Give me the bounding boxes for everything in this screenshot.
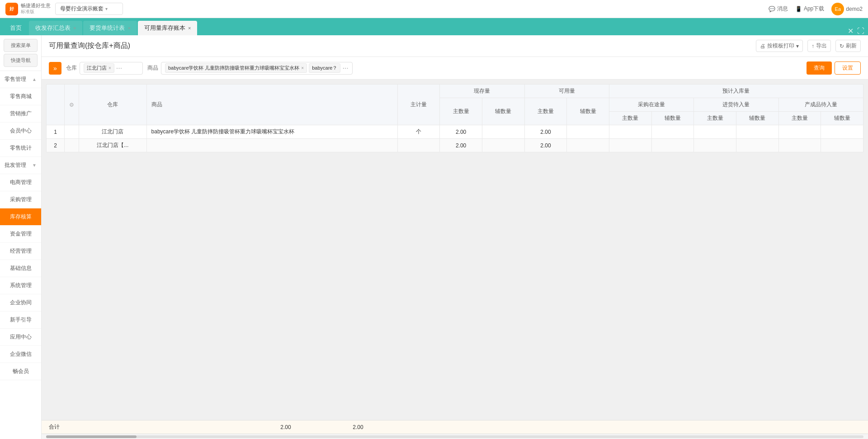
query-btn[interactable]: 查询 bbox=[807, 61, 832, 75]
org-dropdown-arrow: ▾ bbox=[105, 6, 108, 11]
cell-pra-aux-1 bbox=[821, 125, 863, 139]
org-selector[interactable]: 母婴行业演示账套 ▾ bbox=[55, 3, 123, 15]
sidebar-item-vip[interactable]: 畅会员 bbox=[0, 363, 41, 380]
sidebar-item-system[interactable]: 系统管理 bbox=[0, 277, 41, 294]
product-dots[interactable]: ··· bbox=[342, 64, 348, 72]
cell-product-1: babycare学饮杯 儿童防摔防撞吸管杯重力球吸嘴杯宝宝水杯 bbox=[146, 125, 397, 139]
col-purchase-arriv-main: 主数量 bbox=[694, 112, 736, 125]
filter-actions: 查询 设置 bbox=[807, 61, 861, 75]
settings-gear-icon[interactable]: ⚙ bbox=[69, 102, 74, 108]
sidebar-item-finance[interactable]: 资金管理 bbox=[0, 226, 41, 243]
cell-unit-1: 个 bbox=[397, 125, 440, 139]
sidebar-search-section: 搜索菜单 快捷导航 bbox=[0, 35, 41, 71]
cell-product-2 bbox=[146, 139, 397, 152]
warehouse-tag: 江北门店 × bbox=[84, 63, 114, 73]
cell-pra-main-1 bbox=[778, 125, 821, 139]
print-arrow: ▾ bbox=[796, 43, 799, 49]
cell-pt-aux-1 bbox=[651, 125, 694, 139]
sidebar-item-inventory[interactable]: 库存核算 bbox=[0, 208, 41, 226]
table-footer: 合计 2.00 2.00 bbox=[42, 420, 868, 434]
product-label: 商品 bbox=[147, 64, 158, 72]
filter-toggle-btn[interactable]: » bbox=[49, 62, 61, 75]
export-btn[interactable]: ↑ 导出 bbox=[807, 40, 831, 52]
cell-unit-2 bbox=[397, 139, 440, 152]
warehouse-input[interactable]: 江北门店 × ··· bbox=[80, 62, 143, 75]
sidebar-item-enterprise-wechat[interactable]: 企业微信 bbox=[0, 346, 41, 363]
sidebar-item-app-center[interactable]: 应用中心 bbox=[0, 329, 41, 346]
warehouse-filter-group: 仓库 江北门店 × ··· bbox=[66, 62, 143, 75]
search-menu-btn[interactable]: 搜索菜单 bbox=[4, 39, 38, 52]
footer-stock-main: 2.00 bbox=[268, 424, 304, 430]
warehouse-dots[interactable]: ··· bbox=[116, 64, 122, 72]
page-header-actions: 🖨 按模板打印 ▾ ↑ 导出 ↻ 刷新 bbox=[756, 40, 861, 57]
tab-inout-summary[interactable]: 收发存汇总表 × bbox=[29, 21, 82, 35]
horizontal-scrollbar[interactable] bbox=[42, 434, 868, 439]
col-avail-main: 主数量 bbox=[524, 98, 567, 125]
cell-stock-main-1: 2.00 bbox=[440, 125, 482, 139]
top-bar-right: 💬 消息 📱 App下载 Ea demo2 bbox=[769, 3, 863, 15]
product-tag-1-remove[interactable]: × bbox=[301, 66, 304, 71]
sidebar-item-purchase[interactable]: 采购管理 bbox=[0, 191, 41, 208]
sidebar-item-retail-mall[interactable]: 零售商城 bbox=[0, 88, 41, 105]
sidebar-item-operations[interactable]: 经营管理 bbox=[0, 243, 41, 260]
col-current-stock: 现存量 bbox=[440, 85, 524, 98]
page-title: 可用量查询(按仓库+商品) bbox=[49, 41, 130, 55]
tab-order-stats[interactable]: 要货单统计表 × bbox=[83, 21, 137, 35]
cell-pra-main-2 bbox=[778, 139, 821, 152]
col-purchase-arriving: 进货待入量 bbox=[694, 98, 778, 112]
sidebar-item-retail-mgmt[interactable]: 零售管理 ▲ bbox=[0, 71, 41, 88]
message-btn[interactable]: 💬 消息 bbox=[769, 5, 788, 13]
product-input[interactable]: babycare学饮杯 儿童防摔防撞吸管杯重力球吸嘴杯宝宝水杯 × babyca… bbox=[161, 62, 353, 75]
logo-icon: 好 bbox=[5, 3, 18, 15]
cell-pa-main-1 bbox=[694, 125, 736, 139]
warehouse-tag-remove[interactable]: × bbox=[108, 66, 111, 71]
retail-mgmt-arrow: ▲ bbox=[32, 77, 37, 82]
product-filter-group: 商品 babycare学饮杯 儿童防摔防撞吸管杯重力球吸嘴杯宝宝水杯 × bab… bbox=[147, 62, 353, 75]
col-prod-arriv-main: 主数量 bbox=[778, 112, 821, 125]
print-template-btn[interactable]: 🖨 按模板打印 ▾ bbox=[756, 40, 803, 52]
cell-warehouse-2: 江北门店【... bbox=[79, 139, 147, 152]
settings-btn[interactable]: 设置 bbox=[835, 61, 861, 75]
wholesale-arrow: ▼ bbox=[32, 163, 37, 168]
user-menu[interactable]: Ea demo2 bbox=[831, 3, 863, 15]
tab-available-inventory[interactable]: 可用量库存账本 × bbox=[138, 21, 197, 35]
table-container: ⚙ 仓库 商品 主计量 现存量 可用量 预计入库量 主数量 辅数量 主数量 辅数… bbox=[42, 80, 868, 420]
sidebar-item-basic-info[interactable]: 基础信息 bbox=[0, 260, 41, 277]
footer-label: 合计 bbox=[42, 423, 114, 431]
print-icon: 🖨 bbox=[760, 43, 765, 49]
tab-close-inout-summary[interactable]: × bbox=[73, 25, 76, 31]
logo-text: 畅捷通好生意 标准版 bbox=[21, 3, 51, 15]
sidebar-item-marketing[interactable]: 营销推广 bbox=[0, 105, 41, 123]
page-header: 可用量查询(按仓库+商品) 🖨 按模板打印 ▾ ↑ 导出 ↻ 刷新 bbox=[42, 35, 868, 57]
col-stock-aux: 辅数量 bbox=[482, 98, 524, 125]
tab-close-order-stats[interactable]: × bbox=[127, 25, 130, 31]
cell-settings-2 bbox=[65, 139, 79, 152]
col-purchase-transit: 采购在途量 bbox=[609, 98, 693, 112]
col-rownum bbox=[47, 85, 65, 125]
sidebar-item-wholesale-mgmt[interactable]: 批发管理 ▼ bbox=[0, 157, 41, 174]
cell-avail-main-1: 2.00 bbox=[524, 125, 567, 139]
sidebar-item-ecommerce[interactable]: 电商管理 bbox=[0, 174, 41, 191]
cell-pa-aux-2 bbox=[736, 139, 778, 152]
cell-stock-main-2: 2.00 bbox=[440, 139, 482, 152]
sidebar-item-newbie[interactable]: 新手引导 bbox=[0, 312, 41, 329]
col-avail-aux: 辅数量 bbox=[567, 98, 609, 125]
cell-rownum-1: 1 bbox=[47, 125, 65, 139]
app-download-btn[interactable]: 📱 App下载 bbox=[795, 5, 824, 13]
cell-warehouse-1: 江北门店 bbox=[79, 125, 147, 139]
cell-pra-aux-2 bbox=[821, 139, 863, 152]
refresh-btn[interactable]: ↻ 刷新 bbox=[835, 40, 861, 52]
footer-stock-aux bbox=[304, 424, 340, 430]
quick-nav-btn[interactable]: 快捷导航 bbox=[4, 54, 38, 67]
tab-close-available-inventory[interactable]: × bbox=[188, 25, 191, 31]
sidebar-item-enterprise[interactable]: 企业协同 bbox=[0, 294, 41, 312]
table-row: 1 江北门店 babycare学饮杯 儿童防摔防撞吸管杯重力球吸嘴杯宝宝水杯 个… bbox=[47, 125, 863, 139]
expand-btn[interactable]: ⛶ bbox=[857, 27, 864, 35]
message-icon: 💬 bbox=[769, 6, 775, 12]
sidebar-item-retail-stats[interactable]: 零售统计 bbox=[0, 140, 41, 157]
tab-home[interactable]: 首页 bbox=[4, 21, 28, 35]
close-all-tabs-btn[interactable]: ✕ bbox=[848, 27, 854, 35]
sidebar-item-member-center[interactable]: 会员中心 bbox=[0, 123, 41, 140]
scrollbar-thumb[interactable] bbox=[46, 435, 137, 438]
main-layout: 搜索菜单 快捷导航 零售管理 ▲ 零售商城 营销推广 会员中心 零售统计 批发管… bbox=[0, 35, 868, 439]
